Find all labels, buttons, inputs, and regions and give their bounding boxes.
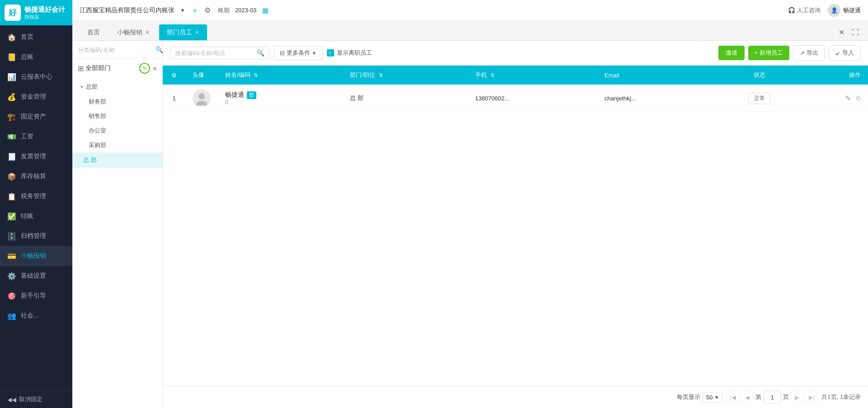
- phone-sort-icon: ⇅: [491, 72, 495, 78]
- sidebar-item-home[interactable]: 🏠 首页: [0, 27, 72, 47]
- last-page-button[interactable]: ▶|: [805, 391, 818, 403]
- username-label: 畅捷通: [843, 6, 861, 14]
- company-name: 江西服宝精品有限责任公司内账张: [80, 6, 175, 14]
- export-button[interactable]: ↗ 导出: [793, 45, 825, 61]
- content-area: 🔍 ⊞ 全部部门 ✎ « ▼ 总部 财务部 销售部: [72, 41, 868, 408]
- cell-name: 畅捷通 部 0: [218, 85, 343, 112]
- dept-label-bangong: 办公室: [89, 127, 106, 134]
- unpin-button[interactable]: ◀◀ 取消固定: [0, 390, 72, 408]
- tab-department[interactable]: 部门员工 ✕: [159, 24, 207, 40]
- invite-button[interactable]: 邀请: [718, 46, 745, 60]
- tab-department-label: 部门员工: [167, 28, 192, 37]
- show-resigned-toggle[interactable]: ✓ 显示离职员工: [327, 49, 372, 57]
- employee-toolbar: 🔍 ⊟ 更多条件 ▼ ✓ 显示离职员工 邀请 + 新增员工 ↗ 导出: [163, 41, 868, 66]
- svg-point-1: [196, 101, 207, 105]
- import-icon: ↙: [835, 50, 840, 57]
- main-area: 江西服宝精品有限责任公司内账张 ▼ ＋ ⚙ 账期 2023-03 ▦ 🎧 人工咨…: [72, 0, 868, 408]
- sidebar-item-closing[interactable]: ✅ 结账: [0, 206, 72, 226]
- employee-code: 0: [225, 99, 256, 105]
- dept-item-zongbu[interactable]: ▼ 总部: [72, 79, 162, 95]
- cell-phone: 138070602...: [468, 85, 597, 112]
- sidebar-label-settings: 基础设置: [21, 272, 46, 280]
- support-label: 人工咨询: [797, 6, 821, 14]
- sidebar-item-archive[interactable]: 🗄️ 归档管理: [0, 226, 72, 246]
- close-tab-icon[interactable]: ✕: [837, 26, 846, 38]
- sidebar-label-ledger: 总账: [21, 53, 33, 61]
- company-dropdown-icon[interactable]: ▼: [180, 7, 185, 14]
- edit-employee-icon[interactable]: ✎: [845, 94, 851, 103]
- search-icon[interactable]: 🔍: [257, 49, 264, 57]
- dept-label-caiwu: 财务部: [89, 98, 106, 105]
- resigned-checkbox: ✓: [327, 49, 334, 57]
- archive-icon: 🗄️: [7, 232, 16, 241]
- settings-gear-icon[interactable]: ⚙: [204, 6, 211, 14]
- sidebar-item-tax[interactable]: 📋 税务管理: [0, 186, 72, 206]
- sidebar-item-reports[interactable]: 📊 云报表中心: [0, 67, 72, 87]
- sidebar-item-guide[interactable]: 🎯 新手引导: [0, 286, 72, 306]
- collapse-panel-button[interactable]: «: [153, 64, 157, 72]
- dept-item-zongbu-selected[interactable]: 总 部: [72, 152, 162, 168]
- add-employee-button[interactable]: + 新增员工: [748, 46, 789, 60]
- name-cell: 畅捷通 部 0: [225, 91, 335, 105]
- employee-search-input[interactable]: [175, 50, 254, 57]
- dept-search-input[interactable]: [78, 47, 154, 53]
- expand-icon: ▼: [80, 85, 84, 90]
- th-name[interactable]: 姓名/编码 ⇅: [218, 66, 343, 85]
- th-settings[interactable]: ⚙: [163, 66, 185, 85]
- sidebar-item-ledger[interactable]: 📒 总账: [0, 47, 72, 67]
- sidebar-item-social[interactable]: 👥 社会...: [0, 306, 72, 326]
- cell-actions: ✎ ⎋: [800, 85, 868, 112]
- more-filter-button[interactable]: ⊟ 更多条件 ▼: [274, 46, 322, 60]
- sidebar-item-invoice[interactable]: 🧾 发票管理: [0, 147, 72, 166]
- unpin-label: 取消固定: [19, 395, 42, 403]
- next-page-button[interactable]: ▶: [791, 391, 803, 403]
- sidebar-item-assets[interactable]: 🏗️ 固定资产: [0, 107, 72, 127]
- sidebar-label-invoice: 发票管理: [21, 152, 46, 161]
- dept-item-caiwu[interactable]: 财务部: [72, 95, 162, 109]
- sidebar-label-closing: 结账: [21, 212, 33, 220]
- sidebar-item-settings[interactable]: ⚙️ 基础设置: [0, 266, 72, 286]
- all-departments-label: 全部部门: [85, 64, 111, 72]
- th-phone[interactable]: 手机 ⇅: [468, 66, 597, 85]
- filter-icon: ⊟: [280, 50, 285, 57]
- support-button[interactable]: 🎧 人工咨询: [788, 6, 821, 14]
- dept-item-bangong[interactable]: 办公室: [72, 123, 162, 138]
- tab-department-close-icon[interactable]: ✕: [195, 29, 199, 36]
- tab-home[interactable]: 首页: [80, 24, 108, 40]
- employee-table: ⚙ 头像 姓名/编码 ⇅ 部门/职位 ⇅: [163, 66, 868, 112]
- edit-dept-button[interactable]: ✎: [139, 63, 150, 74]
- app-logo: 好 畅捷通好会计 旗舰版: [0, 0, 72, 25]
- inventory-icon: 📦: [7, 172, 16, 181]
- dept-item-xiaoshou[interactable]: 销售部: [72, 109, 162, 123]
- first-page-button[interactable]: |◀: [726, 391, 739, 403]
- page-input[interactable]: [763, 391, 781, 403]
- page-size-dropdown[interactable]: 50 ▼: [702, 392, 723, 403]
- dept-search-icon[interactable]: 🔍: [156, 46, 163, 53]
- page-size-select: 每页显示 50 ▼: [677, 392, 723, 403]
- dept-sort-icon: ⇅: [379, 72, 383, 78]
- calendar-icon[interactable]: ▦: [262, 6, 269, 14]
- th-avatar: 头像: [185, 66, 218, 85]
- th-name-label: 姓名/编码: [225, 71, 250, 78]
- th-dept[interactable]: 部门/职位 ⇅: [343, 66, 467, 85]
- prev-page-button[interactable]: ◀: [741, 391, 754, 403]
- sidebar-label-inventory: 库存核算: [21, 172, 46, 180]
- expand-tab-icon[interactable]: ⛶: [850, 27, 861, 38]
- user-menu[interactable]: 👤 畅捷通: [828, 4, 861, 17]
- sidebar-item-inventory[interactable]: 📦 库存核算: [0, 166, 72, 186]
- import-button[interactable]: ↙ 导入: [829, 45, 861, 61]
- logout-employee-icon[interactable]: ⎋: [856, 94, 861, 102]
- table-row: 1: [163, 85, 868, 112]
- sidebar-item-finance[interactable]: 💰 资金管理: [0, 87, 72, 107]
- all-departments-button[interactable]: ⊞ 全部部门: [78, 64, 137, 73]
- dept-header: ⊞ 全部部门 ✎ «: [72, 58, 162, 77]
- tab-expense-close-icon[interactable]: ✕: [145, 29, 150, 36]
- th-email: Email: [597, 66, 719, 85]
- tab-home-label: 首页: [87, 28, 100, 37]
- dept-item-caigou[interactable]: 采购部: [72, 138, 162, 152]
- add-company-button[interactable]: ＋: [191, 5, 199, 16]
- tab-expense[interactable]: 小畅报销 ✕: [109, 24, 157, 40]
- sidebar-item-expense[interactable]: 💳 小畅报销: [0, 246, 72, 266]
- sidebar-item-salary[interactable]: 💵 工资: [0, 127, 72, 147]
- page-size-value: 50: [706, 394, 712, 401]
